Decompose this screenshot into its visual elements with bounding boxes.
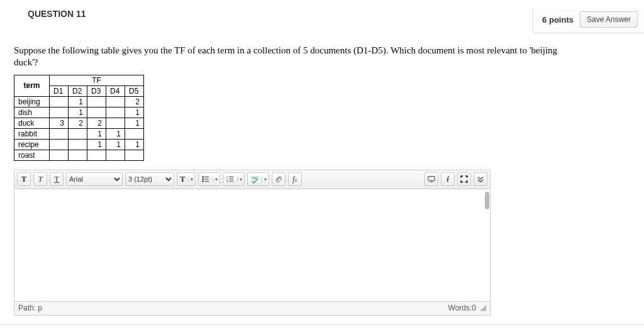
svg-text:3: 3 xyxy=(226,180,228,183)
svg-rect-13 xyxy=(428,177,435,181)
svg-point-4 xyxy=(202,181,203,182)
divider xyxy=(0,324,644,325)
editor-toolbar: T T T Arial 3 (12pt) T▾ ▾ 123 ▾ xyxy=(14,170,490,189)
path-indicator: Path: p xyxy=(18,304,42,312)
points-container: 6 points Save Answer xyxy=(533,8,644,33)
preview-button[interactable] xyxy=(425,172,438,186)
font-size-select[interactable]: 3 (12pt) xyxy=(125,172,174,186)
bullet-list-dropdown[interactable]: ▾ xyxy=(198,172,220,186)
bold-button[interactable]: T xyxy=(17,172,31,186)
info-button[interactable]: i xyxy=(441,172,455,186)
italic-button[interactable]: T xyxy=(33,172,47,186)
text-color-icon: T xyxy=(180,174,186,184)
more-button[interactable] xyxy=(474,172,487,186)
bullet-list-icon xyxy=(199,173,213,185)
svg-point-2 xyxy=(202,178,203,180)
question-title: QUESTION 11 xyxy=(14,8,86,19)
numbered-list-dropdown[interactable]: 123 ▾ xyxy=(223,172,245,186)
word-count: Words:0 xyxy=(448,304,476,312)
chevron-double-down-icon xyxy=(476,175,485,184)
tf-header: TF xyxy=(50,75,144,85)
save-answer-button[interactable]: Save Answer xyxy=(580,11,638,28)
attachment-button[interactable] xyxy=(272,172,286,186)
col-d5: D5 xyxy=(125,85,144,96)
info-icon: i xyxy=(447,174,449,184)
fullscreen-button[interactable] xyxy=(457,172,471,186)
table-row: roast xyxy=(14,150,144,160)
paperclip-icon xyxy=(274,175,283,184)
tf-table: term TF D1 D2 D3 D4 D5 beijing12 dish11 … xyxy=(14,75,144,161)
table-row: rabbit11 xyxy=(14,128,144,139)
font-family-select[interactable]: Arial xyxy=(66,172,123,186)
underline-button[interactable]: T xyxy=(50,172,64,186)
rich-text-editor: T T T Arial 3 (12pt) T▾ ▾ 123 ▾ xyxy=(14,170,491,316)
editor-statusbar: Path: p Words:0 xyxy=(14,301,490,315)
expand-icon xyxy=(460,175,469,184)
tf-table-container: term TF D1 D2 D3 D4 D5 beijing12 dish11 … xyxy=(14,75,630,161)
resize-handle-icon[interactable] xyxy=(480,305,486,311)
function-icon: fx xyxy=(292,174,297,184)
col-d1: D1 xyxy=(50,85,69,96)
svg-point-0 xyxy=(202,177,203,178)
col-d2: D2 xyxy=(69,85,87,96)
table-row: recipe111 xyxy=(14,139,144,150)
question-prompt: Suppose the following table gives you th… xyxy=(14,45,567,69)
scrollbar-thumb[interactable] xyxy=(485,192,489,209)
term-header: term xyxy=(14,75,50,96)
col-d4: D4 xyxy=(106,85,125,96)
numbered-list-icon: 123 xyxy=(223,173,237,185)
svg-text:ABC: ABC xyxy=(251,176,258,180)
monitor-icon xyxy=(427,175,436,184)
editor-textarea[interactable] xyxy=(14,189,490,301)
table-row: beijing12 xyxy=(14,96,144,107)
spellcheck-dropdown[interactable]: ABC ▾ xyxy=(247,172,269,186)
spellcheck-icon: ABC xyxy=(248,173,262,185)
text-color-dropdown[interactable]: T▾ xyxy=(177,172,196,186)
math-button[interactable]: fx xyxy=(288,172,302,186)
table-row: duck3221 xyxy=(14,118,144,128)
table-row: dish11 xyxy=(14,107,144,118)
col-d3: D3 xyxy=(87,85,106,96)
points-text: 6 points xyxy=(542,15,574,25)
